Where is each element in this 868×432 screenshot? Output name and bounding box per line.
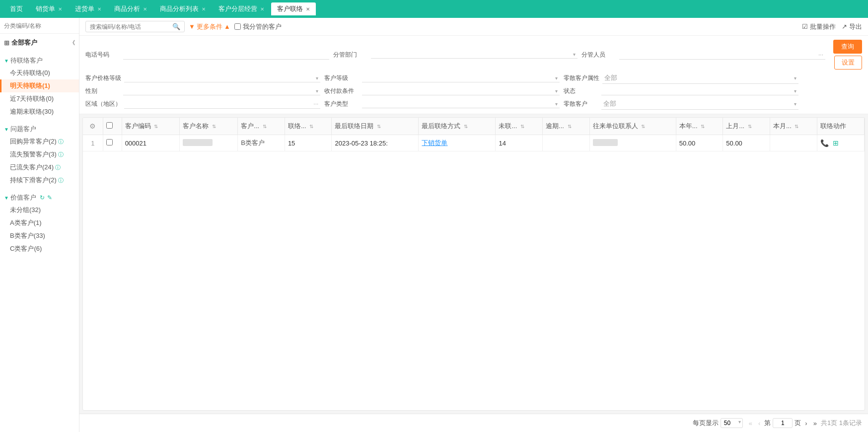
nav-customer-contact-close[interactable]: ✕: [306, 6, 310, 12]
chevron-up-icon: ▲: [224, 23, 230, 30]
td-code: 000021: [122, 135, 180, 151]
sidebar-item-b[interactable]: B类客户(33): [0, 229, 79, 242]
td-last-date: 2023-05-23 18:25:: [332, 135, 419, 151]
nav-customer-tier-close[interactable]: ✕: [260, 6, 264, 12]
edit-icon[interactable]: ✎: [47, 194, 52, 201]
sidebar-item-overdue[interactable]: 逾期未联络(30): [0, 105, 79, 118]
info-icon-3[interactable]: ⓘ: [58, 177, 64, 184]
problem-group-header[interactable]: ▼ 问题客户: [0, 122, 79, 135]
th-contact-count: 联络... ⇅: [285, 118, 332, 135]
last-method-link[interactable]: 下销货单: [422, 139, 447, 146]
gender-select[interactable]: ▾: [123, 87, 320, 95]
nav-product-analysis-list-close[interactable]: ✕: [202, 6, 206, 12]
nav-sales-order[interactable]: 销货单 ✕: [30, 2, 68, 15]
td-index: 1: [83, 135, 103, 151]
customer-level-select[interactable]: ▾: [362, 74, 559, 82]
sidebar-item-7days[interactable]: 近7天待联络(0): [0, 92, 79, 105]
page-number-input[interactable]: [773, 418, 793, 428]
query-button[interactable]: 查询: [833, 40, 862, 54]
sidebar-item-lost[interactable]: 已流失客户(24) ⓘ: [0, 161, 79, 174]
nav-customer-tier[interactable]: 客户分层经营 ✕: [213, 2, 270, 15]
filter-payment: 收付款条件 ▾: [324, 87, 559, 95]
sidebar-item-a[interactable]: A类客户(1): [0, 216, 79, 229]
retail-attr-select[interactable]: 全部 ▾: [602, 72, 798, 84]
td-last-method: 下销货单: [419, 135, 496, 151]
value-group-header[interactable]: ▼ 价值客户 ↻ ✎: [0, 191, 79, 204]
row-checkbox[interactable]: [106, 139, 113, 145]
prev-page-btn[interactable]: ‹: [756, 419, 762, 428]
sidebar-search-input[interactable]: [4, 22, 78, 29]
filter-gender: 性别 ▾: [85, 87, 320, 95]
settings-button[interactable]: 设置: [834, 56, 862, 70]
filter-retail-customer: 零散客户 全部 ▾: [564, 98, 798, 110]
customer-type-select[interactable]: ▾: [362, 100, 559, 108]
sidebar-item-declining[interactable]: 持续下滑客户(2) ⓘ: [0, 174, 79, 187]
per-page-select[interactable]: 50 100 200: [721, 418, 743, 428]
td-overdue: [543, 135, 590, 151]
sort-contact-icon[interactable]: ⇅: [309, 124, 313, 129]
td-this-year: 50.00: [676, 135, 723, 151]
first-page-btn[interactable]: «: [747, 419, 754, 428]
retail-customer-select[interactable]: 全部 ▾: [601, 98, 798, 110]
sidebar-item-today[interactable]: 今天待联络(0): [0, 67, 79, 79]
my-customers-check[interactable]: [234, 23, 241, 30]
phone-input[interactable]: [123, 50, 329, 60]
sidebar-item-lost-warning[interactable]: 流失预警客户(3) ⓘ: [0, 148, 79, 161]
nav-purchase-order-close[interactable]: ✕: [97, 6, 101, 12]
pending-group-header[interactable]: ▼ 待联络客户: [0, 54, 79, 67]
sort-ty-icon[interactable]: ⇅: [701, 124, 705, 129]
nav-product-analysis-list[interactable]: 商品分析列表 ✕: [154, 2, 212, 15]
sort-od-icon[interactable]: ⇅: [568, 124, 572, 129]
customer-value-select[interactable]: ▾: [124, 74, 320, 82]
batch-action-btn[interactable]: ☑ 批量操作: [802, 22, 836, 31]
settings-icon[interactable]: ⚙: [89, 122, 96, 130]
nav-product-analysis[interactable]: 商品分析 ✕: [108, 2, 153, 15]
chevron-down-level: ▾: [555, 75, 558, 81]
refresh-icon[interactable]: ↻: [40, 194, 45, 201]
more-action-icon[interactable]: ⊞: [833, 139, 839, 147]
person-select[interactable]: ···: [619, 50, 825, 60]
sort-lm-icon[interactable]: ⇅: [748, 124, 752, 129]
nav-home[interactable]: 首页: [4, 2, 29, 15]
all-customers-header[interactable]: ⊞ 全部客户 《: [0, 36, 79, 50]
sidebar-item-abnormal[interactable]: 回购异常客户(2) ⓘ: [0, 135, 79, 148]
search-input[interactable]: [90, 23, 172, 30]
info-icon-0[interactable]: ⓘ: [58, 138, 64, 145]
sort-date-icon[interactable]: ⇅: [377, 124, 381, 129]
nav-customer-contact[interactable]: 客户联络 ✕: [271, 2, 316, 15]
info-icon-2[interactable]: ⓘ: [55, 164, 61, 171]
dots-region: ···: [313, 100, 318, 107]
more-filters-btn[interactable]: ▼ 更多条件 ▲: [189, 22, 230, 31]
nav-sales-order-close[interactable]: ✕: [58, 6, 62, 12]
td-name: [180, 135, 238, 151]
th-last-date: 最后联络日期 ⇅: [332, 118, 419, 135]
info-icon-1[interactable]: ⓘ: [58, 151, 64, 158]
region-select[interactable]: ···: [124, 99, 320, 109]
select-all-checkbox[interactable]: [106, 122, 113, 129]
nav-product-analysis-close[interactable]: ✕: [143, 6, 147, 12]
sidebar-item-tomorrow[interactable]: 明天待联络(1): [0, 79, 79, 92]
next-page-btn[interactable]: ›: [803, 419, 809, 428]
filter-bar: 🔍 ▼ 更多条件 ▲ 我分管的客户 ☑ 批量操作 ↗ 导出: [79, 18, 868, 36]
last-page-btn[interactable]: »: [811, 419, 819, 428]
filter-phone: 电话号码: [85, 50, 329, 60]
sort-name-icon[interactable]: ⇅: [212, 124, 216, 129]
sidebar-item-ungrouped[interactable]: 未分组(32): [0, 204, 79, 216]
sort-method-icon[interactable]: ⇅: [464, 124, 468, 129]
sort-code-icon[interactable]: ⇅: [154, 124, 158, 129]
sort-uc-icon[interactable]: ⇅: [641, 124, 645, 129]
nav-purchase-order[interactable]: 进货单 ✕: [69, 2, 107, 15]
my-customers-checkbox[interactable]: 我分管的客户: [234, 22, 282, 31]
export-btn[interactable]: ↗ 导出: [842, 22, 862, 31]
payment-select[interactable]: ▾: [362, 87, 559, 95]
sort-tm-icon[interactable]: ⇅: [795, 124, 798, 129]
sidebar-item-c[interactable]: C类客户(6): [0, 242, 79, 255]
sort-un-icon[interactable]: ⇅: [520, 124, 524, 129]
sort-type-icon[interactable]: ⇅: [263, 124, 267, 129]
status-select[interactable]: ▾: [601, 87, 798, 95]
dept-select[interactable]: ▾: [371, 51, 577, 59]
td-contact-count: 15: [285, 135, 332, 151]
phone-action-icon[interactable]: 📞: [820, 139, 829, 147]
search-icon[interactable]: 🔍: [172, 23, 180, 30]
row-action-icons: 📞 ⊞: [820, 139, 862, 147]
